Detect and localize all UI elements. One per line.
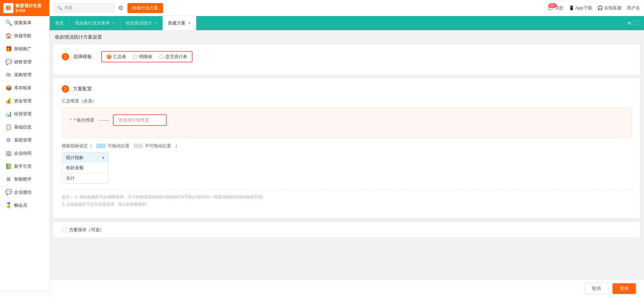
wechat-icon: 💬 <box>5 189 11 195</box>
row-label: * * 纵向维度 <box>70 117 94 123</box>
search-menu-label: 搜索菜单 <box>14 20 32 26</box>
app-label: App下载 <box>576 5 592 11</box>
cancel-button[interactable]: 取消 <box>584 283 608 294</box>
radio-cross-circle <box>159 54 164 59</box>
sidebar-item-base-info[interactable]: 📋基础信息 <box>0 120 49 134</box>
metrics-row-total-label: 合计 <box>66 176 75 181</box>
sidebar-item-quick-nav[interactable]: 🏠快捷导航 <box>0 29 49 42</box>
tab-expand-icon[interactable]: ⛶ <box>635 20 640 26</box>
tab-collection-stat[interactable]: 收款情况统计 × <box>120 16 163 30</box>
sidebar-footer <box>0 291 49 297</box>
row-label-text: * 纵向维度 <box>74 117 95 122</box>
step1-section: 1 选择模板 汇总表 明细表 交叉统计表 <box>62 51 632 62</box>
tip-2-text: 2. 点击标题栏下拉可设置排序、插入列和删除列 <box>62 202 147 207</box>
logo-icon: 畅 <box>3 3 13 13</box>
dimension-arrow: —— <box>98 117 109 123</box>
sidebar-item-search-menu[interactable]: 🔍搜索菜单 <box>0 16 49 29</box>
step2-num: 2 <box>62 85 69 93</box>
sidebar-item-purchase[interactable]: 🛍采购管理 <box>0 68 49 81</box>
capital-label: 资金管理 <box>14 98 32 104</box>
topbar-right: 💬 99+ 消息 📱 App下载 🎧 在线客服 用户名 <box>548 5 640 11</box>
radio-summary-circle <box>107 54 111 59</box>
online-service-btn[interactable]: 🎧 在线客服 <box>597 5 622 11</box>
page-title: 收款情况统计方案设置 <box>54 34 640 40</box>
metrics-config: 模板指标设定（ 可拖动位置 不可拖动位置 ） 统计指标 ▾ <box>62 143 632 211</box>
sidebar-item-capital[interactable]: 💰资金管理 <box>0 94 49 107</box>
metrics-table-header: 统计指标 ▾ <box>62 153 108 163</box>
sidebar-item-smart-hw[interactable]: 🖥智能硬件 <box>0 173 49 186</box>
system-icon: ⚙ <box>5 137 11 143</box>
search-box[interactable]: 🔍 搜索 <box>54 3 114 12</box>
app-icon: 📱 <box>569 5 574 10</box>
not-draggable-box <box>133 144 143 148</box>
search-menu-icon: 🔍 <box>5 19 11 26</box>
query-button[interactable]: 查询 <box>612 283 636 294</box>
step1-label: 选择模板 <box>73 54 92 60</box>
tab-home[interactable]: 首页 <box>50 16 69 30</box>
step2-label: 方案配置 <box>73 86 92 92</box>
sidebar-item-inventory[interactable]: 📦库存核算 <box>0 81 49 94</box>
quick-nav-label: 快捷导航 <box>14 33 32 39</box>
user-avatar[interactable]: 用户名 <box>627 5 640 11</box>
guide-label: 新手引导 <box>14 163 32 169</box>
dimension-area: * * 纵向维度 —— 请选择分组维度 <box>62 107 632 138</box>
step1-card: 1 选择模板 汇总表 明细表 交叉统计表 <box>54 44 640 75</box>
sidebar-item-member[interactable]: 🏅畅会员 <box>0 199 49 212</box>
service-icon: 🎧 <box>597 5 603 10</box>
metrics-table-title: 统计指标 <box>66 155 84 161</box>
radio-cross-label: 交叉统计表 <box>165 54 187 60</box>
tip-prefix: 提示： <box>62 195 74 199</box>
tips-section: 提示： 1. 拖动标题栏可以调整布局，不可跨维度或指标区域拖动栏目字段(只能在同… <box>62 190 632 211</box>
tab-collection-stat-close[interactable]: × <box>155 21 157 26</box>
radio-detail-label: 明细表 <box>139 54 152 60</box>
sidebar-item-wechat[interactable]: 💬企业微信 <box>0 186 49 199</box>
required-star: * <box>70 117 72 122</box>
metrics-header-text: 模板指标设定（ <box>62 143 92 149</box>
member-icon: 🏅 <box>5 202 11 208</box>
logo-sub: 标准版 <box>15 8 42 13</box>
sidebar-item-enterprise[interactable]: 🏢企业协同 <box>0 147 49 160</box>
tab-bank-flow-close[interactable]: × <box>112 21 115 26</box>
tab-new-plan[interactable]: 新建方案 × <box>163 16 196 30</box>
tab-close-all-icon[interactable]: ✕ <box>627 20 631 27</box>
operations-label: 经营管理 <box>14 111 32 117</box>
sidebar-item-system[interactable]: ⚙系统管理 <box>0 134 49 147</box>
metrics-row-total: 合计 <box>62 173 108 183</box>
radio-summary[interactable]: 汇总表 <box>107 54 126 60</box>
tab-new-plan-label: 新建方案 <box>168 20 185 26</box>
smart-hw-icon: 🖥 <box>5 176 11 182</box>
sidebar-item-operations[interactable]: 📊经营管理 <box>0 107 49 120</box>
app-logo: 畅 畅捷通好生意 标准版 <box>0 0 49 16</box>
metrics-dropdown-icon[interactable]: ▾ <box>102 156 104 160</box>
save-checkbox[interactable] <box>62 228 66 232</box>
logo-name: 畅捷通好生意 <box>15 3 42 8</box>
tab-new-plan-close[interactable]: × <box>188 21 191 26</box>
draggable-label: 可拖动位置 <box>108 143 129 149</box>
sidebar-item-marketing[interactable]: 🎁营销推广 <box>0 42 49 55</box>
tabbar-actions: ✕ ⛶ <box>623 16 644 30</box>
tab-home-label: 首页 <box>55 20 64 26</box>
app-download-btn[interactable]: 📱 App下载 <box>569 5 592 11</box>
settings-icon[interactable]: ⚙ <box>117 3 125 13</box>
sidebar-item-guide[interactable]: 📗新手引导 <box>0 160 49 173</box>
radio-cross[interactable]: 交叉统计表 <box>159 54 187 60</box>
base-info-label: 基础信息 <box>14 124 32 130</box>
industry-btn[interactable]: 体验行业方案 <box>127 3 163 13</box>
radio-detail[interactable]: 明细表 <box>133 54 152 60</box>
dimension-select[interactable]: 请选择分组维度 <box>113 114 167 126</box>
base-info-icon: 📋 <box>5 124 11 130</box>
wechat-label: 企业微信 <box>14 189 32 195</box>
search-placeholder: 搜索 <box>64 5 72 11</box>
purchase-label: 采购管理 <box>14 72 32 78</box>
draggable-box <box>96 144 106 148</box>
smart-hw-label: 智能硬件 <box>14 176 32 182</box>
not-draggable-legend: 不可拖动位置 <box>133 143 171 149</box>
messages-btn[interactable]: 💬 99+ 消息 <box>548 5 564 11</box>
capital-icon: 💰 <box>5 98 11 104</box>
tip-1-text: 1. 拖动标题栏可以调整布局，不可跨维度或指标区域拖动栏目字段(只能在同一维度或… <box>75 195 263 199</box>
tab-bank-flow[interactable]: 现金银行流水查询 × <box>69 16 120 30</box>
dimension-row: * * 纵向维度 —— 请选择分组维度 <box>70 114 624 126</box>
dimension-title: 汇总维度（必选） <box>62 98 632 104</box>
sidebar-item-sales[interactable]: 💬销售管理 <box>0 55 49 68</box>
metrics-table: 统计指标 ▾ 收款金额 合计 <box>62 152 109 184</box>
